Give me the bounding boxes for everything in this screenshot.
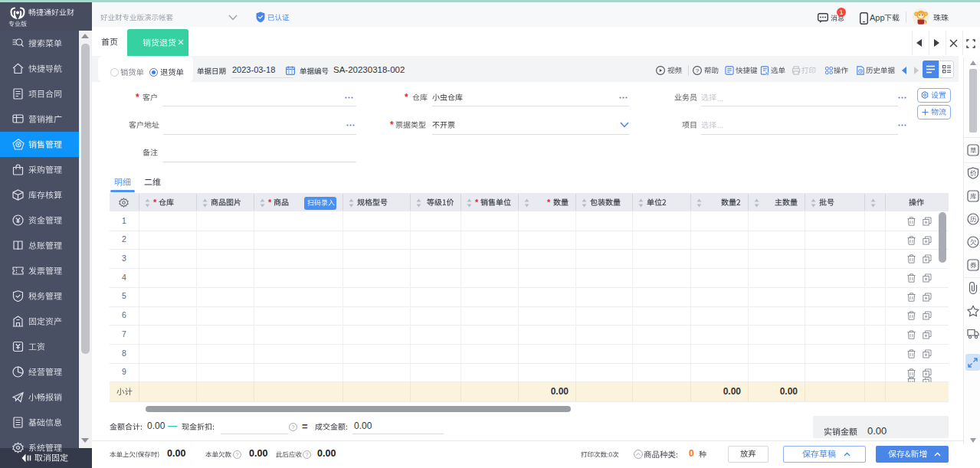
svg-text:?: ?: [291, 423, 294, 430]
svg-text:?: ?: [696, 67, 700, 74]
svg-text:?: ?: [305, 450, 308, 457]
svg-text:?: ?: [235, 450, 238, 457]
